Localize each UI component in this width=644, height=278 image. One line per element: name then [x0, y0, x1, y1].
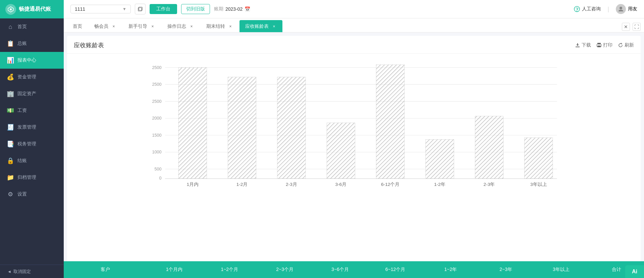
svg-rect-39	[475, 116, 503, 179]
tab-label-oplog: 操作日志	[167, 23, 186, 29]
sidebar-item-payroll[interactable]: 💵 工资	[0, 102, 64, 119]
tab-bar-actions: ✕ ⛶	[622, 23, 641, 32]
tab-close-closing[interactable]: ×	[228, 24, 233, 29]
content-area: 应收账龄表 下载	[64, 32, 644, 278]
tab-home[interactable]: 首页	[67, 20, 88, 32]
header-right: 人工咨询 | 用友	[574, 4, 637, 14]
user-info[interactable]: 用友	[616, 4, 637, 14]
tab-guide[interactable]: 新手引导×	[123, 20, 161, 32]
svg-point-0	[10, 8, 12, 10]
table-col-1: 1个月内	[147, 267, 202, 273]
funds-icon: 💰	[7, 73, 14, 81]
maximize-tab-button[interactable]: ⛶	[633, 23, 641, 31]
sidebar-item-funds[interactable]: 💰 资金管理	[0, 69, 64, 85]
refresh-label: 刷新	[625, 42, 634, 48]
table-col-7: 2~3年	[478, 267, 534, 273]
company-dropdown-icon: ▼	[122, 7, 126, 11]
pin-label: 取消固定	[13, 269, 31, 275]
tab-aging[interactable]: 应收账龄表×	[239, 20, 282, 32]
table-col-8: 3年以上	[534, 267, 589, 273]
header-divider: |	[607, 6, 609, 13]
switch-version-button[interactable]: 切到旧版	[181, 4, 210, 14]
assets-label: 固定资产	[17, 91, 36, 97]
workbench-button[interactable]: 工作台	[150, 4, 177, 14]
sidebar-item-home[interactable]: ⌂ 首页	[0, 18, 64, 35]
calendar-icon[interactable]: 📅	[245, 6, 250, 12]
chart-container: 2500 2500 2500 2000 1500 1000 500 0	[67, 54, 641, 194]
tax-icon: 📑	[7, 140, 14, 148]
sidebar-item-reports[interactable]: 📊 报表中心	[0, 52, 64, 69]
svg-text:1-2月: 1-2月	[236, 182, 248, 187]
sidebar-item-ledger[interactable]: 📋 总账	[0, 35, 64, 52]
svg-text:2-3月: 2-3月	[286, 182, 297, 187]
svg-text:2000: 2000	[152, 116, 161, 121]
ai-badge-label: Ai	[632, 269, 637, 274]
close-tab-button[interactable]: ✕	[622, 23, 630, 31]
svg-rect-35	[376, 65, 405, 179]
consultation-button[interactable]: 人工咨询	[574, 6, 601, 12]
copy-button[interactable]	[135, 4, 146, 14]
tax-label: 税务管理	[17, 141, 36, 147]
company-name: 1111	[75, 6, 120, 12]
svg-point-9	[600, 45, 601, 46]
payroll-label: 工资	[17, 108, 27, 114]
svg-rect-29	[228, 77, 256, 179]
print-label: 打印	[603, 42, 612, 48]
tab-bar: 首页畅会员×新手引导×操作日志×期末结转×应收账龄表× ✕ ⛶	[64, 18, 644, 32]
table-col-2: 1~2个月	[202, 267, 257, 273]
payroll-icon: 💵	[7, 107, 14, 114]
svg-rect-33	[327, 123, 355, 179]
svg-text:2500: 2500	[152, 82, 161, 87]
period-value: 2023-02	[225, 6, 243, 12]
svg-rect-8	[597, 46, 601, 47]
closing-label: 结账	[17, 158, 27, 164]
tab-close-oplog[interactable]: ×	[189, 24, 194, 29]
table-col-3: 2~3个月	[257, 267, 313, 273]
tab-oplog[interactable]: 操作日志×	[162, 20, 200, 32]
consultation-label: 人工咨询	[582, 6, 601, 12]
svg-text:2500: 2500	[152, 99, 161, 104]
page-header: 应收账龄表 下载	[67, 36, 641, 54]
download-button[interactable]: 下载	[575, 42, 591, 48]
tab-label-home: 首页	[73, 23, 82, 29]
tab-close-aging[interactable]: ×	[271, 24, 277, 29]
company-selector[interactable]: 1111 ▼	[70, 5, 131, 13]
ai-badge[interactable]: Ai	[625, 265, 644, 278]
svg-point-4	[577, 11, 577, 11]
svg-text:0: 0	[159, 176, 162, 181]
refresh-button[interactable]: 刷新	[618, 42, 634, 48]
sidebar-pin-toggle[interactable]: ◄ 取消固定	[0, 265, 64, 278]
svg-rect-27	[178, 68, 207, 179]
period-info: 账期 2023-02 📅	[214, 6, 250, 12]
svg-text:1月内: 1月内	[186, 182, 199, 187]
sidebar: 畅捷通易代账 ⌂ 首页 📋 总账 📊 报表中心 💰 资金管理 🏢 固定资产 💵 …	[0, 0, 64, 278]
print-button[interactable]: 打印	[596, 42, 612, 48]
svg-point-5	[620, 7, 622, 9]
table-header-bar: 客户1个月内1~2个月2~3个月3~6个月6~12个月1~2年2~3年3年以上合…	[64, 261, 644, 278]
tab-closing[interactable]: 期末结转×	[201, 20, 239, 32]
tab-member[interactable]: 畅会员×	[89, 20, 122, 32]
table-col-0: 客户	[64, 267, 147, 273]
svg-rect-41	[525, 138, 553, 179]
ledger-icon: 📋	[7, 40, 14, 47]
svg-rect-6	[597, 43, 601, 44]
tab-close-member[interactable]: ×	[111, 24, 116, 29]
svg-text:1000: 1000	[152, 150, 161, 154]
sidebar-item-closing[interactable]: 🔒 结账	[0, 152, 64, 169]
svg-text:3-6月: 3-6月	[335, 182, 346, 187]
main-area: 1111 ▼ 工作台 切到旧版 账期 2023-02 📅 人工咨询	[64, 0, 644, 278]
table-col-4: 3~6个月	[312, 267, 368, 273]
svg-rect-37	[426, 139, 454, 179]
invoice-icon: 🧾	[7, 124, 14, 131]
sidebar-item-settings[interactable]: ⚙ 设置	[0, 186, 64, 203]
sidebar-item-archive[interactable]: 📁 归档管理	[0, 169, 64, 186]
user-name: 用友	[628, 6, 637, 12]
ledger-label: 总账	[17, 41, 27, 47]
tab-close-guide[interactable]: ×	[150, 24, 155, 29]
sidebar-item-assets[interactable]: 🏢 固定资产	[0, 85, 64, 102]
invoice-label: 发票管理	[17, 124, 36, 130]
sidebar-item-invoice[interactable]: 🧾 发票管理	[0, 119, 64, 136]
svg-text:500: 500	[155, 167, 162, 171]
sidebar-item-tax[interactable]: 📑 税务管理	[0, 136, 64, 152]
closing-icon: 🔒	[7, 157, 14, 164]
